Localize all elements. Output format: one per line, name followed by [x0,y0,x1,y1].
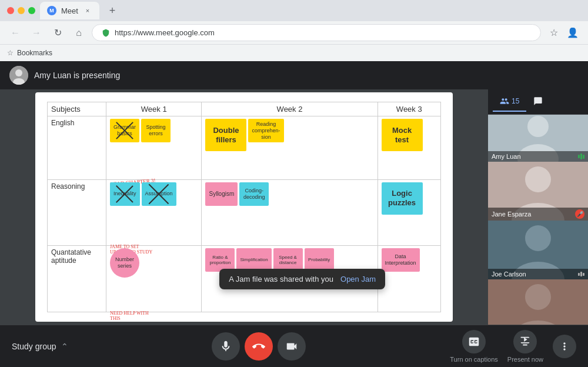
sticky-mock-test: Mocktest [382,119,423,151]
vishesh-avatar [488,279,588,325]
meet-app: Amy Luan is presenting Subjects Week 1 W… [0,61,588,367]
jam-open-button[interactable]: Open Jam [340,275,376,283]
controls-left: Study group ⌃ [12,342,68,351]
chat-icon [533,96,543,106]
reasoning-week1: Inequality Assumption JAME TO SETUP TIME… [106,179,202,246]
mic-button[interactable] [212,332,240,361]
presentation-area: Subjects Week 1 Week 2 Week 3 English [0,89,488,325]
english-week2: Doublefillers Readingcomprehen-sion [202,116,377,180]
forward-button[interactable]: → [28,25,45,41]
sticky-logic-puzzles: Logicpuzzles [382,182,423,215]
present-label: Present now [507,356,543,363]
new-tab-button[interactable]: + [104,2,121,19]
back-button[interactable]: ← [7,25,24,41]
bar1 [578,155,580,158]
title-bar: M Meet × + [0,0,588,21]
profile-button[interactable]: 👤 [564,25,581,41]
english-week1: Grammarbasics Spottingerrors READ CHAPTE… [106,116,202,180]
captions-button[interactable]: Turn on captions [450,330,498,363]
minimize-window-button[interactable] [18,7,25,14]
meet-header: Amy Luan is presenting [0,61,588,89]
browser-tab[interactable]: M Meet × [40,2,99,19]
row-english: English Grammarbasics Spottingerrors [48,116,441,180]
reasoning-week2: Syllogism Coding-decoding [202,179,377,246]
subject-english: English [48,116,106,180]
sticky-data-interp: DataInterpretation [382,248,420,272]
close-window-button[interactable] [7,7,14,14]
sticky-inequality: Inequality [110,182,140,206]
chevron-up-icon[interactable]: ⌃ [61,342,68,351]
quant-week3: DataInterpretation [377,246,440,312]
joe-bar2 [580,272,582,276]
svg-point-13 [525,284,551,310]
browser-chrome: M Meet × + ← → ↻ ⌂ https://www.meet.goog… [0,0,588,61]
participant-name-joe: Joe Carlson [492,271,526,278]
address-bar[interactable]: https://www.meet.google.com [92,24,541,41]
participant-tile-jane: Jane Esparza 🎤 [488,162,588,221]
home-button[interactable]: ⌂ [71,25,87,41]
subject-quantatative: Quantatativeaptitude [48,246,106,312]
maximize-window-button[interactable] [28,7,35,14]
meeting-name: Study group [12,342,56,351]
tab-favicon-icon: M [47,6,56,15]
nav-icons-right: ☆ 👤 [546,25,581,41]
tab-close-button[interactable]: × [83,6,92,15]
english-week3: Mocktest [377,116,440,180]
header-week2: Week 2 [202,102,377,116]
sticky-syllogism: Syllogism [205,182,238,206]
captions-label: Turn on captions [450,356,498,363]
sticky-reading-comp: Readingcomprehen-sion [248,119,283,142]
svg-point-10 [525,225,551,251]
jam-notification: A Jam file was shared with you Open Jam [219,269,385,289]
camera-button[interactable] [278,332,306,361]
subject-reasoning: Reasoning [48,179,106,246]
participant-name-bar-jane: Jane Esparza 🎤 [488,208,588,221]
address-text: https://www.meet.google.com [115,28,531,37]
sticky-number-series: Numberseries [110,248,139,278]
header-week1: Week 1 [106,102,202,116]
svg-point-1 [15,69,22,76]
participants-header: 15 [488,89,588,115]
captions-icon [462,330,486,353]
meet-controls: Study group ⌃ Turn on captions [0,325,588,367]
participant-tile-joe: Joe Carlson [488,221,588,279]
sticky-assumption: Assumption [142,182,176,206]
participant-tile-amy-top: Amy Luan [488,115,588,162]
participant-name-jane: Jane Esparza [492,211,531,218]
handwriting-help: NEED HELP WITHTHIS [110,311,198,321]
bookmarks-label: Bookmarks [17,49,52,57]
refresh-button[interactable]: ↻ [49,25,66,41]
bar2 [580,154,582,159]
bookmarks-bar: ☆ Bookmarks [0,45,588,61]
people-icon [500,96,509,106]
controls-right: Turn on captions Present now [450,330,576,363]
people-tab[interactable]: 15 [493,92,526,112]
meet-content: Subjects Week 1 Week 2 Week 3 English [0,89,588,325]
chat-tab[interactable] [526,92,550,112]
row-reasoning: Reasoning Inequality Assumption JAME TO … [48,179,441,246]
end-call-button[interactable] [245,332,273,361]
speaking-indicator-joe [578,272,584,276]
joe-bar3 [583,273,584,276]
bookmark-icon: ☆ [7,49,14,57]
bookmark-star-button[interactable]: ☆ [546,25,562,41]
more-options-icon [559,341,570,352]
participant-tile-vishesh: Vishesh Patel 🎤 [488,279,588,325]
camera-icon [285,340,298,353]
reasoning-week3: Logicpuzzles [377,179,440,246]
participant-name-amy: Amy Luan [492,153,521,160]
people-count: 15 [512,97,519,105]
present-svg [519,335,532,348]
avatar-icon [9,66,28,85]
quant-week1: Numberseries NEED HELP WITHTHIS [106,246,202,312]
more-options-button[interactable] [553,335,576,358]
joe-bar1 [578,273,580,276]
nav-bar: ← → ↻ ⌂ https://www.meet.google.com ☆ 👤 [0,21,588,45]
participant-name-bar-amy: Amy Luan [488,151,588,162]
presenter-avatar [9,66,28,85]
svg-point-7 [525,166,551,192]
present-now-button[interactable]: Present now [507,330,543,363]
controls-center [212,332,306,361]
sticky-double-fillers: Doublefillers [205,119,246,151]
sticky-coding-decoding: Coding-decoding [239,182,269,206]
